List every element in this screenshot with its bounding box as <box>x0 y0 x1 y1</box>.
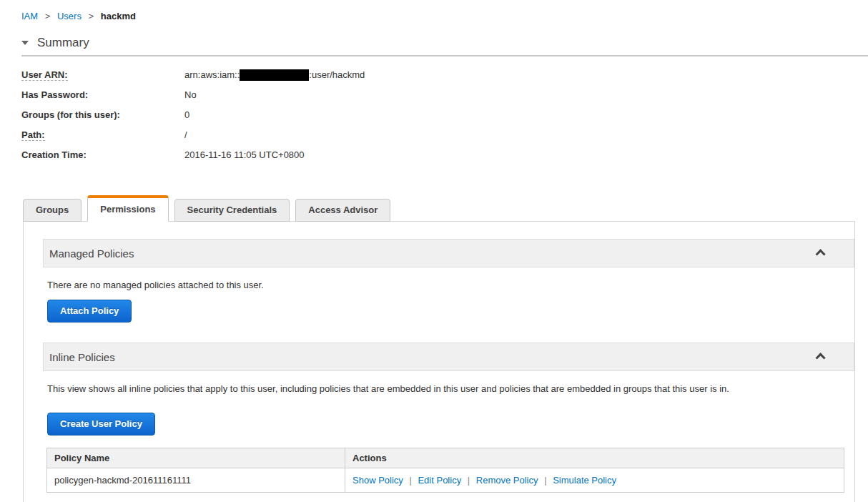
field-row-path: Path: / <box>21 125 868 145</box>
breadcrumb: IAM > Users > hackmd <box>0 0 868 21</box>
show-policy-link[interactable]: Show Policy <box>352 475 403 486</box>
policy-name-column-header: Policy Name <box>47 448 345 468</box>
breadcrumb-link-users[interactable]: Users <box>57 11 82 21</box>
field-row-has-password: Has Password: No <box>21 85 868 105</box>
inline-policies-header[interactable]: Inline Policies <box>43 343 854 371</box>
managed-policies-header[interactable]: Managed Policies <box>43 239 854 267</box>
arn-suffix: :user/hackmd <box>309 65 365 85</box>
inline-policies-table: Policy Name Actions policygen-hackmd-201… <box>46 448 844 493</box>
actions-cell: Show Policy | Edit Policy | Remove Polic… <box>345 468 844 493</box>
redacted-account-id <box>240 69 309 81</box>
table-row: policygen-hackmd-201611161111 Show Polic… <box>47 468 844 493</box>
remove-policy-link[interactable]: Remove Policy <box>476 475 538 486</box>
inline-policies-section: Inline Policies This view shows all inli… <box>43 343 854 493</box>
field-row-groups: Groups (for this user): 0 <box>21 105 868 125</box>
has-password-value: No <box>184 85 197 105</box>
breadcrumb-separator: > <box>45 11 51 21</box>
action-separator: | <box>409 475 411 486</box>
summary-header: Summary <box>21 36 868 50</box>
path-value: / <box>184 125 187 145</box>
summary-divider <box>21 55 868 56</box>
tab-security-credentials[interactable]: Security Credentials <box>174 199 290 222</box>
breadcrumb-link-iam[interactable]: IAM <box>21 11 38 21</box>
breadcrumb-current-user: hackmd <box>101 11 136 21</box>
inline-policies-description: This view shows all inline policies that… <box>47 383 854 395</box>
tab-access-advisor[interactable]: Access Advisor <box>295 199 390 222</box>
field-label: User ARN: <box>21 65 184 85</box>
managed-policies-body: There are no managed policies attached t… <box>43 267 854 323</box>
field-label: Path: <box>21 125 184 145</box>
arn-prefix: arn:aws:iam:: <box>184 65 240 85</box>
managed-policies-empty-text: There are no managed policies attached t… <box>47 279 854 291</box>
field-row-user-arn: User ARN: arn:aws:iam:::user/hackmd <box>21 65 868 85</box>
table-header-row: Policy Name Actions <box>47 448 844 468</box>
inline-policies-title: Inline Policies <box>49 351 115 363</box>
create-user-policy-button[interactable]: Create User Policy <box>47 413 155 435</box>
creation-time-value: 2016-11-16 11:05 UTC+0800 <box>184 145 305 165</box>
action-separator: | <box>544 475 546 486</box>
attach-policy-button[interactable]: Attach Policy <box>47 300 132 323</box>
user-arn-value: arn:aws:iam:::user/hackmd <box>184 65 365 85</box>
edit-policy-link[interactable]: Edit Policy <box>418 475 461 486</box>
triangle-down-icon[interactable] <box>21 41 29 45</box>
field-label: Creation Time: <box>21 145 184 165</box>
simulate-policy-link[interactable]: Simulate Policy <box>553 475 616 486</box>
field-label: Has Password: <box>21 85 184 105</box>
tab-permissions[interactable]: Permissions <box>87 195 168 222</box>
tab-groups[interactable]: Groups <box>23 199 82 222</box>
breadcrumb-separator: > <box>89 11 94 21</box>
groups-count-value: 0 <box>184 105 189 125</box>
managed-policies-section: Managed Policies There are no managed po… <box>43 239 854 323</box>
permissions-tab-panel: Managed Policies There are no managed po… <box>23 221 855 502</box>
chevron-up-icon[interactable] <box>816 249 826 259</box>
inline-policies-body: This view shows all inline policies that… <box>43 371 854 493</box>
summary-title: Summary <box>37 36 89 50</box>
action-separator: | <box>468 475 470 486</box>
policy-name-cell: policygen-hackmd-201611161111 <box>47 468 345 493</box>
chevron-up-icon[interactable] <box>816 353 826 363</box>
summary-fields: User ARN: arn:aws:iam:::user/hackmd Has … <box>21 65 868 165</box>
tab-strip: Groups Permissions Security Credentials … <box>23 195 868 221</box>
managed-policies-title: Managed Policies <box>49 247 134 260</box>
field-row-creation-time: Creation Time: 2016-11-16 11:05 UTC+0800 <box>21 145 868 165</box>
actions-column-header: Actions <box>345 448 844 468</box>
field-label: Groups (for this user): <box>21 105 184 125</box>
